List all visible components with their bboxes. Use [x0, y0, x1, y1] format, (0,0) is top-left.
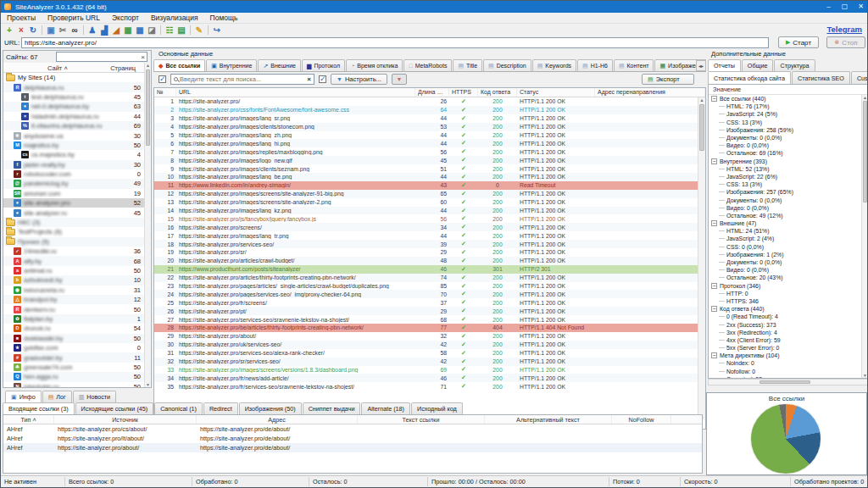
- info-subtab-7[interactable]: Исходный код: [411, 402, 463, 414]
- stats-tree-row[interactable]: HTML: 52 (13%): [709, 165, 861, 173]
- tab-протокол[interactable]: ▆Протокол: [302, 59, 345, 71]
- dashboard-icon[interactable]: ◪: [146, 25, 158, 36]
- close-button[interactable]: ✕: [853, 1, 868, 13]
- bar-chart-icon[interactable]: ▟: [98, 25, 110, 36]
- column-header-3[interactable]: HTTPS: [449, 88, 478, 97]
- links-column-header-3[interactable]: Текст ссылки: [358, 415, 485, 424]
- url-row[interactable]: 26https://site-analyzer.pro/pt/29✓200HTT…: [154, 307, 698, 315]
- stats-tree-row[interactable]: JavaScript: 24 (5%): [709, 110, 861, 118]
- info-subtab-5[interactable]: Сниппет выдачи: [303, 402, 361, 414]
- collapse-icon[interactable]: −: [711, 220, 717, 226]
- project-site-row[interactable]: Qhen-agga.ru50: [3, 372, 144, 381]
- export-button[interactable]: ▤ Экспорт: [642, 74, 694, 85]
- stats-tree-row[interactable]: HTTPS: 346: [709, 297, 861, 305]
- paint-icon[interactable]: ✎: [193, 25, 205, 36]
- filter-checkbox-1[interactable]: [159, 75, 166, 83]
- project-site-row[interactable]: △brandpol.by12: [3, 295, 144, 304]
- tab-metarobots[interactable]: □MetaRobots: [403, 59, 452, 71]
- url-row[interactable]: 34https://site-analyzer.pro/fr/news/add-…: [154, 374, 698, 382]
- url-row[interactable]: 24https://site-analyzer.pro/pages/servic…: [154, 290, 698, 298]
- column-header-1[interactable]: URL: [176, 88, 415, 97]
- stats-tree-row[interactable]: −Код ответа (440): [709, 305, 861, 313]
- url-row[interactable]: 10https://site-analyzer.pro/images/lang_…: [154, 173, 698, 181]
- info-subtab-4[interactable]: Изображения (50): [239, 402, 302, 414]
- links-column-header-5[interactable]: NoFollow: [612, 415, 671, 424]
- tab-h1-h6[interactable]: ▤H1-H6: [577, 59, 613, 71]
- right-subtab-0[interactable]: Статистика обхода сайта: [708, 71, 791, 84]
- column-header-4[interactable]: Код ответа: [478, 88, 517, 97]
- stats-tree-row[interactable]: −Протокол (346): [709, 282, 861, 290]
- project-site-row[interactable]: ttest.delphiaurus.ru45: [3, 92, 144, 102]
- right-subtab-2[interactable]: Custom Filters: [851, 71, 868, 84]
- project-site-row[interactable]: ●site-analyzer.pro52: [3, 198, 144, 208]
- stats-tree-row[interactable]: 4xx (Client Error): 59: [709, 336, 861, 344]
- stats-tree-row[interactable]: Изображения: 1 (2%): [709, 251, 861, 258]
- collapse-icon[interactable]: −: [711, 158, 717, 164]
- add-project-icon[interactable]: +: [3, 25, 15, 36]
- info-tab-2[interactable]: ▥Новости: [73, 391, 116, 402]
- maximize-button[interactable]: ▢: [837, 1, 853, 13]
- stats-tree-row[interactable]: Видео: 0 (0,0%): [709, 204, 861, 212]
- stats-tree-row[interactable]: JavaScript: 22 (6%): [709, 173, 861, 180]
- url-row[interactable]: 11https://www.linkedin.com/in/andrey-sim…: [154, 181, 698, 190]
- tabs-scroll-arrows[interactable]: ◂▸: [696, 60, 706, 71]
- project-site-row[interactable]: Rdentserv.ru50: [3, 304, 144, 313]
- stats-tree-row[interactable]: 3xx (Redirection): 4: [709, 329, 861, 336]
- project-site-row[interactable]: rrobotocoder.com0: [3, 169, 144, 179]
- url-row[interactable]: 25https://site-analyzer.pro/fr/screens/3…: [154, 298, 698, 307]
- project-folder-row[interactable]: TestProjects (6): [3, 227, 144, 236]
- url-row[interactable]: 16https://site-analyzer.pro/screens/34✓2…: [154, 223, 698, 231]
- stats-tree-row[interactable]: Документы: 0 (0,0%): [709, 196, 861, 203]
- screenshot-icon[interactable]: ▦: [134, 25, 146, 36]
- column-header-2[interactable]: Длина URL: [415, 88, 449, 97]
- tab-title[interactable]: ▤Title: [453, 59, 482, 71]
- tab-внешние[interactable]: ↗Внешние: [258, 59, 301, 71]
- copy-project-icon[interactable]: ▣: [45, 25, 57, 36]
- url-row[interactable]: 14https://site-analyzer.pro/images/lang_…: [154, 207, 698, 215]
- links-column-header-0[interactable]: Тип ˄: [3, 415, 54, 424]
- stats-tree-row[interactable]: Изображения: 257 (65%): [709, 188, 861, 196]
- url-row[interactable]: 12https://site-analyzer.pro/images/scree…: [154, 190, 698, 198]
- stats-tree-row[interactable]: HTTP: 0: [709, 290, 861, 297]
- url-row[interactable]: 17https://site-analyzer.pro/images/lang_…: [154, 231, 698, 240]
- url-row[interactable]: 6https://site-analyzer.pro/images/lang_h…: [154, 139, 698, 147]
- stats-tree-row[interactable]: Остальное: 69 (16%): [709, 149, 861, 157]
- search-input[interactable]: [178, 75, 304, 83]
- tab-внутренние[interactable]: ▣Внутренние: [206, 59, 257, 71]
- url-row[interactable]: 35https://site-analyzer.pro/fr/services-…: [154, 382, 698, 391]
- url-row[interactable]: 20https://site-analyzer.pro/articles/cra…: [154, 257, 698, 265]
- url-row[interactable]: 23https://site-analyzer.pro/pages/articl…: [154, 282, 698, 291]
- info-subtab-3[interactable]: Redirect: [203, 402, 238, 414]
- project-site-row[interactable]: ✿flatplan.by1: [3, 314, 144, 324]
- minimize-button[interactable]: –: [821, 1, 837, 13]
- project-site-row[interactable]: #gradootdel.by11: [3, 352, 144, 362]
- tab-description[interactable]: ▤Description: [483, 59, 531, 71]
- project-site-row[interactable]: %it.vitaurins.delphiaurus.ru69: [3, 121, 144, 130]
- stats-tree-row[interactable]: Видео: 0 (0,0%): [709, 266, 861, 274]
- stats-tree-row[interactable]: 5xx (Server Error): 0: [709, 344, 861, 352]
- stats-tree-row[interactable]: HTML: 76 (17%): [709, 103, 861, 110]
- links-table-header[interactable]: Тип ˄ИсточникАдресТекст ссылкиАльтернати…: [3, 415, 702, 424]
- project-folder-row[interactable]: НКС (3): [3, 218, 144, 227]
- url-row[interactable]: 31https://site-analyzer.pro/services-seo…: [154, 349, 698, 358]
- project-folder-row[interactable]: My Sites (14): [3, 73, 144, 82]
- stats-tree-row[interactable]: 2xx (Success): 373: [709, 320, 861, 328]
- stats-tree-row[interactable]: Документы: 0 (0,0%): [709, 134, 861, 141]
- column-header-6[interactable]: Адрес перенаправления: [595, 88, 705, 97]
- url-row[interactable]: 7https://site-analyzer.pro/images/replie…: [154, 147, 698, 156]
- collapse-icon[interactable]: −: [711, 96, 717, 102]
- url-row[interactable]: 15https://site-analyzer.pro/js/fancybox/…: [154, 214, 698, 223]
- stats-tree-row[interactable]: Видео: 0 (0,0%): [709, 141, 861, 149]
- stats-tree-row[interactable]: Canonical: 52: [709, 375, 861, 378]
- settings-icon[interactable]: ✂: [57, 25, 69, 36]
- chart-arrow-icon[interactable]: ◢: [110, 25, 122, 36]
- project-site-row[interactable]: ■dveklassiki.by50: [3, 334, 144, 343]
- project-site-row[interactable]: Mmajestics.by50: [3, 141, 144, 150]
- stats-tree-row[interactable]: −Все ссылки (440): [709, 95, 861, 103]
- stats-tree-row[interactable]: HTML: 24 (51%): [709, 227, 861, 235]
- rescan-project-icon[interactable]: ↻: [27, 25, 39, 36]
- info-subtab-0[interactable]: Входящие ссылки (3): [3, 402, 75, 414]
- stats-tree-row[interactable]: Nofollow: 0: [709, 368, 861, 375]
- search-icon[interactable]: ∞: [69, 25, 81, 36]
- filter-checkbox-2[interactable]: [319, 75, 326, 83]
